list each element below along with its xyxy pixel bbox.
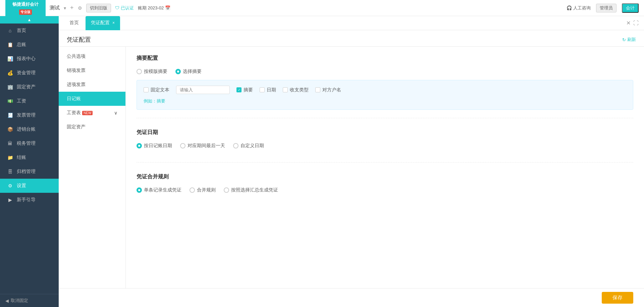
left-nav-label: 工资表: [67, 110, 81, 116]
left-nav-label: 公共选项: [67, 53, 86, 59]
summary-select-label: 选择摘要: [183, 69, 202, 75]
settings-icon: ⚙: [7, 183, 13, 188]
left-nav-item-purchase[interactable]: 进项发票: [59, 78, 125, 92]
select-merge-radio[interactable]: [224, 187, 229, 193]
voucher-date-section: 凭证日期 按日记账日期 对应期间最后一天 自定义日期: [137, 129, 633, 163]
tab-close-icon[interactable]: ×: [112, 20, 115, 25]
tab-voucher-config[interactable]: 凭证配置×: [86, 16, 120, 30]
consult-button[interactable]: 🎧 人工咨询: [567, 5, 591, 11]
summary-select-radio[interactable]: [175, 69, 181, 74]
sidebar-item-payroll[interactable]: 💵 工资: [0, 94, 59, 108]
switch-old-version-button[interactable]: 切到旧版: [86, 4, 111, 12]
sidebar-item-archive[interactable]: 🗄 归档管理: [0, 165, 59, 179]
topbar: 畅捷通好会计 专业版 测试 ▾ + ⚙ 切到旧版 🛡 已认证 账期 2023-0…: [0, 0, 644, 16]
journal-date-option[interactable]: 按日记账日期: [137, 143, 172, 149]
add-icon[interactable]: +: [70, 4, 74, 11]
sidebar-item-settings[interactable]: ⚙ 设置: [0, 179, 59, 193]
summary-radio-group: 按模版摘要 选择摘要: [137, 69, 633, 75]
merge-rule-radio[interactable]: [190, 187, 195, 193]
sidebar-item-home[interactable]: ⌂ 首页: [0, 24, 59, 38]
home-icon: ⌂: [7, 28, 13, 33]
summary-checkbox-item[interactable]: ✓ 摘要: [236, 87, 253, 93]
voucher-date-title: 凭证日期: [137, 129, 633, 136]
admin-button[interactable]: 管理员: [596, 4, 616, 12]
settings-icon[interactable]: ⚙: [78, 5, 82, 11]
expand-icon[interactable]: ⛶: [633, 20, 639, 26]
journal-date-radio[interactable]: [137, 143, 142, 148]
company-dropdown-icon[interactable]: ▾: [64, 5, 66, 11]
sidebar-item-label: 发票管理: [17, 112, 36, 118]
period-last-label: 对应期间最后一天: [187, 143, 225, 149]
summary-template-option[interactable]: 按模版摘要: [137, 69, 167, 75]
sidebar-item-capital[interactable]: 💰 资金管理: [0, 66, 59, 80]
sidebar-item-purchase[interactable]: 📦 进销台账: [0, 122, 59, 136]
fixed-text-checkbox[interactable]: [144, 87, 149, 92]
save-button[interactable]: 保存: [602, 292, 633, 304]
sidebar-item-label: 设置: [17, 183, 26, 189]
refresh-button[interactable]: ↻ 刷新: [622, 37, 636, 43]
topbar-right: 🎧 人工咨询 管理员 会计: [567, 3, 639, 13]
custom-date-radio[interactable]: [233, 143, 238, 148]
select-merge-option[interactable]: 按照选择汇总生成凭证: [224, 187, 278, 193]
sidebar-item-tax[interactable]: 🏛 税务管理: [0, 136, 59, 150]
left-nav-item-journal[interactable]: 日记账: [59, 92, 125, 106]
right-content: 摘要配置 按模版摘要 选择摘要: [126, 47, 644, 288]
content-area: 首页凭证配置× ✕ ⛶ 凭证配置 ↻ 刷新 公共选项销项发票进项发票日记账工资表…: [59, 16, 644, 307]
sidebar-item-reports[interactable]: 📊 报表中心: [0, 52, 59, 66]
inner-layout: 公共选项销项发票进项发票日记账工资表NEW∨固定资产 摘要配置 按模版摘要 选择…: [59, 47, 644, 288]
page-header: 凭证配置 ↻ 刷新: [59, 30, 644, 47]
left-nav-label: 销项发票: [67, 68, 86, 74]
summary-template-radio[interactable]: [137, 69, 142, 74]
period-last-radio[interactable]: [180, 143, 185, 148]
fixed-text-checkbox-item[interactable]: 固定文本: [144, 87, 169, 93]
ledger-icon: 📋: [7, 42, 13, 47]
single-record-option[interactable]: 单条记录生成凭证: [137, 187, 181, 193]
summary-checkbox[interactable]: ✓: [236, 87, 241, 92]
sidebar-item-label: 归档管理: [17, 169, 36, 175]
period-last-option[interactable]: 对应期间最后一天: [180, 143, 225, 149]
close-window-icon[interactable]: ✕: [626, 20, 631, 26]
fixed-text-label: 固定文本: [151, 87, 169, 93]
left-nav-item-fixedassets[interactable]: 固定资产: [59, 120, 125, 134]
cancel-fixed-button[interactable]: ◀ 取消固定: [0, 294, 59, 307]
sidebar-item-ledger[interactable]: 📋 总账: [0, 38, 59, 52]
left-nav-label: 日记账: [67, 96, 81, 102]
income-type-label: 收支类型: [290, 87, 309, 93]
sidebar-item-guide[interactable]: ▶ 新手引导: [0, 193, 59, 207]
custom-date-label: 自定义日期: [240, 143, 264, 149]
period-value: 2023-02: [148, 5, 164, 10]
counterpart-checkbox[interactable]: [315, 87, 320, 92]
sidebar-item-invoice[interactable]: 🧾 发票管理: [0, 108, 59, 122]
fixed-text-input[interactable]: [176, 86, 230, 94]
consult-label: 人工咨询: [573, 5, 591, 11]
left-nav-item-sales[interactable]: 销项发票: [59, 63, 125, 78]
app-logo: 畅捷通好会计 专业版: [5, 0, 46, 16]
sidebar-scroll-up[interactable]: ▲: [0, 16, 59, 24]
purchase-icon: 📦: [7, 127, 13, 132]
left-nav-item-payroll[interactable]: 工资表NEW∨: [59, 106, 125, 120]
merge-radio-group: 单条记录生成凭证 合并规则 按照选择汇总生成凭证: [137, 187, 633, 193]
accountant-button[interactable]: 会计: [622, 3, 639, 13]
sidebar-item-close[interactable]: 📁 结账: [0, 150, 59, 165]
single-record-label: 单条记录生成凭证: [144, 187, 181, 193]
single-record-radio[interactable]: [137, 187, 142, 193]
date-checkbox[interactable]: [260, 87, 265, 92]
income-type-checkbox[interactable]: [283, 87, 288, 92]
left-nav-item-public[interactable]: 公共选项: [59, 49, 125, 63]
income-type-checkbox-item[interactable]: 收支类型: [283, 87, 309, 93]
logo-badge: 专业版: [19, 9, 32, 15]
merge-rule-option[interactable]: 合并规则: [190, 187, 216, 193]
summary-section: 摘要配置 按模版摘要 选择摘要: [137, 55, 633, 118]
cancel-fixed-icon: ◀: [5, 298, 9, 303]
merge-rule-label: 合并规则: [197, 187, 216, 193]
date-checkbox-item[interactable]: 日期: [260, 87, 276, 93]
payroll-icon: 💵: [7, 98, 13, 104]
tab-home[interactable]: 首页: [64, 16, 84, 30]
calendar-icon[interactable]: 📅: [165, 5, 170, 10]
merge-rule-title: 凭证合并规则: [137, 173, 633, 180]
summary-select-option[interactable]: 选择摘要: [175, 69, 202, 75]
counterpart-checkbox-item[interactable]: 对方户名: [315, 87, 341, 93]
shield-icon: 🛡: [115, 5, 119, 10]
sidebar-item-assets[interactable]: 🏢 固定资产: [0, 80, 59, 94]
custom-date-option[interactable]: 自定义日期: [233, 143, 264, 149]
